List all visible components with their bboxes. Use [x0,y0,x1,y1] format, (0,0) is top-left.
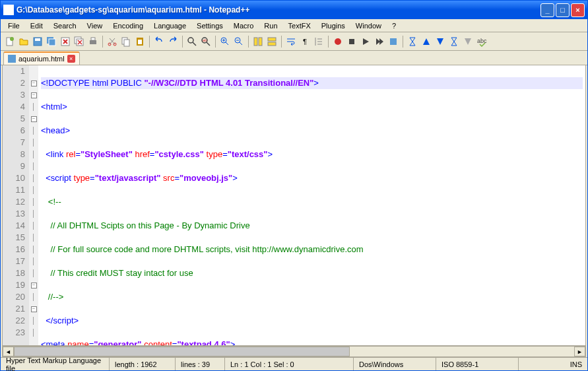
scroll-track[interactable] [14,347,574,356]
menu-edit[interactable]: Edit [26,20,48,31]
window-buttons: _ □ × [540,3,585,17]
svg-rect-5 [49,39,55,46]
toolbar-separator [281,36,282,48]
spellcheck-icon[interactable]: abc [475,35,488,48]
menu-plugins[interactable]: Plugins [317,20,350,31]
status-lines: lines : 39 [176,358,225,370]
tab-label: aquarium.html [18,55,65,63]
svg-rect-14 [124,40,129,46]
close-button[interactable]: × [571,3,585,17]
open-file-icon[interactable] [17,35,30,48]
save-icon[interactable] [31,35,44,48]
status-eol: Dos\Windows [354,358,436,370]
menu-help[interactable]: ? [387,20,401,31]
toolbar-separator [102,36,103,48]
status-length: length : 1962 [110,358,176,370]
undo-icon[interactable] [152,35,166,48]
toolbar-separator [215,36,216,48]
svg-rect-22 [254,38,257,46]
replace-icon[interactable]: ab [199,35,212,48]
indent-guide-icon[interactable] [312,35,325,48]
svg-point-26 [335,38,341,45]
tabbar: aquarium.html × [1,51,587,65]
triangle-up-icon[interactable] [420,35,433,48]
toolbar-separator [328,36,329,48]
horizontal-scrollbar[interactable]: ◄ ► [2,346,586,357]
status-encoding: ISO 8859-1 [436,358,519,370]
status-position: Ln : 1 Col : 1 Sel : 0 [225,358,354,370]
toolbar-separator [403,36,403,48]
svg-rect-24 [268,38,276,41]
minimize-button[interactable]: _ [540,3,554,17]
toolbar-separator [149,36,150,48]
editor[interactable]: 1234567891011121314151617181920212223 − … [2,65,586,346]
menu-view[interactable]: View [82,20,108,31]
file-icon [8,55,16,63]
fold-column[interactable]: − − │ − ││││││ │││││││ − │ − ││ [29,65,38,345]
macro-save-icon[interactable] [387,35,400,48]
macro-stop-icon[interactable] [345,35,358,48]
menu-settings[interactable]: Settings [192,20,228,31]
print-icon[interactable] [86,35,100,48]
status-language: Hyper Text Markup Language file [1,358,110,370]
hourglass-icon[interactable] [406,35,419,48]
svg-point-17 [188,38,193,43]
titlebar: G:\Database\gadgets-sg\aquarium\aquarium… [1,1,587,19]
paste-icon[interactable] [133,35,147,48]
menu-macro[interactable]: Macro [229,20,259,31]
menu-run[interactable]: Run [259,20,282,31]
close-all-icon[interactable] [73,35,86,48]
tab-close-icon[interactable]: × [67,55,75,63]
cut-icon[interactable] [106,35,119,48]
svg-text:abc: abc [477,38,487,44]
svg-rect-27 [349,39,354,44]
zoom-out-icon[interactable] [232,35,245,48]
svg-rect-23 [259,38,262,46]
macro-play-icon[interactable] [359,35,372,48]
close-file-icon[interactable] [59,35,72,48]
svg-point-1 [10,37,14,41]
menu-search[interactable]: Search [49,20,81,31]
menu-language[interactable]: Language [149,20,191,31]
line-number-gutter: 1234567891011121314151617181920212223 [3,65,29,345]
menu-file[interactable]: File [3,20,24,31]
menu-window[interactable]: Window [351,20,386,31]
new-file-icon[interactable] [3,35,16,48]
sync-h-icon[interactable] [265,35,278,48]
code-area[interactable]: <!DOCTYPE html PUBLIC "-//W3C//DTD HTML … [38,65,585,345]
redo-icon[interactable] [166,35,180,48]
menu-encoding[interactable]: Encoding [108,20,148,31]
menu-textfx[interactable]: TextFX [284,20,315,31]
show-all-chars-icon[interactable]: ¶ [298,35,311,48]
tab-file[interactable]: aquarium.html × [3,51,80,65]
zoom-in-icon[interactable] [218,35,232,48]
find-icon[interactable] [185,35,199,48]
toolbar-separator [182,36,183,48]
hourglass2-icon[interactable] [447,35,461,48]
toolbar: ab ¶ abc [1,32,587,51]
wordwrap-icon[interactable] [284,35,298,48]
save-all-icon[interactable] [45,35,58,48]
macro-record-icon[interactable] [331,35,344,48]
scroll-thumb[interactable] [14,347,350,356]
menubar: File Edit Search View Encoding Language … [1,19,587,32]
macro-play-multi-icon[interactable] [373,35,386,48]
window-title: G:\Database\gadgets-sg\aquarium\aquarium… [16,5,540,15]
svg-rect-9 [90,40,96,44]
sync-v-icon[interactable] [251,35,265,48]
app-icon [3,5,14,15]
maximize-button[interactable]: □ [556,3,570,17]
toolbar-separator [248,36,249,48]
svg-rect-3 [35,38,40,41]
copy-icon[interactable] [119,35,133,48]
svg-rect-16 [138,40,142,44]
scroll-right-icon[interactable]: ► [574,347,585,356]
triangle-down-icon[interactable] [434,35,447,48]
svg-rect-28 [390,38,397,45]
statusbar: Hyper Text Markup Language file length :… [1,357,587,370]
status-insert-mode: INS [519,358,587,370]
triangle-gray-icon[interactable] [461,35,474,48]
app-window: G:\Database\gadgets-sg\aquarium\aquarium… [0,0,588,371]
svg-text:ab: ab [203,38,207,42]
scroll-left-icon[interactable]: ◄ [3,347,14,356]
